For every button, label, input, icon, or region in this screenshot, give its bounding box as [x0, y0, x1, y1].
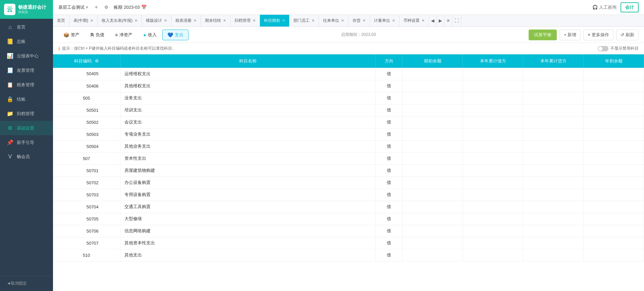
tab-close-icon[interactable]: ✕	[363, 18, 366, 23]
table-row[interactable]: 50704交通工具购置借	[53, 201, 644, 213]
settings-col-icon[interactable]: ⚙	[95, 58, 99, 63]
sidebar-item-label: 归档管理	[17, 111, 34, 117]
cell-year-begin	[584, 116, 644, 128]
tab-archive[interactable]: 归档管理 ✕	[230, 15, 260, 27]
subtab-label: 资产	[71, 32, 79, 38]
sidebar-item-guide[interactable]: 📌 新手引导	[0, 135, 53, 150]
cell-dir: 借	[376, 237, 402, 249]
cell-balance	[402, 225, 463, 237]
tab-currency[interactable]: 币种设置 ✕	[399, 15, 429, 27]
cell-ytd-credit	[523, 140, 584, 152]
role-button[interactable]: 会计	[621, 2, 639, 12]
refresh-btn[interactable]: ↺ 刷新	[616, 30, 639, 40]
tab-mid[interactable]: 表(中期) ✕	[69, 15, 98, 27]
tab-yearend[interactable]: 期末结转 ✕	[201, 15, 230, 27]
cell-balance	[402, 128, 463, 140]
table-row[interactable]: 50703专用设备购置借	[53, 189, 644, 201]
cell-dir: 借	[376, 116, 402, 128]
table-row[interactable]: 50502会议支出借	[53, 116, 644, 128]
tab-label: 首页	[57, 18, 65, 23]
table-row[interactable]: 510其他支出借	[53, 249, 644, 261]
cell-balance	[402, 116, 463, 128]
tab-close-icon[interactable]: ✕	[164, 18, 167, 23]
sidebar-pin-toggle[interactable]: ◄取消固定	[0, 276, 53, 291]
table-row[interactable]: 50705大型修缮借	[53, 213, 644, 225]
subtab-asset[interactable]: 📦 资产	[58, 30, 85, 40]
tab-close-icon[interactable]: ✕	[194, 18, 197, 23]
add-company-btn[interactable]: ＋	[94, 4, 99, 11]
disable-toggle[interactable]: 不显示禁用科目	[598, 46, 639, 51]
calendar-icon[interactable]: 📅	[141, 5, 147, 10]
cell-balance	[402, 68, 463, 80]
cell-ytd-credit	[523, 225, 584, 237]
sidebar-item-reports[interactable]: 📊 云报表中心	[0, 49, 53, 63]
sidebar-item-ledger[interactable]: 📒 总账	[0, 34, 53, 49]
sidebar-item-close[interactable]: 🔒 结账	[0, 92, 53, 106]
table-row[interactable]: 50406其他维权支出借	[53, 80, 644, 92]
tab-dept[interactable]: 部门员工 ✕	[289, 15, 319, 27]
table-row[interactable]: 505业务支出借	[53, 92, 644, 104]
sidebar-item-invoice[interactable]: 🧾 发票管理	[0, 63, 53, 78]
cell-name: 办公设备购置	[120, 177, 376, 189]
tab-close-icon[interactable]: ✕	[341, 18, 344, 23]
tab-prev-btn[interactable]: ◀	[429, 15, 437, 27]
subtab-liability[interactable]: 负 负债	[85, 30, 109, 40]
cell-balance	[402, 189, 463, 201]
tab-home[interactable]: 首页	[53, 15, 69, 27]
table-row[interactable]: 50706信息网络购建借	[53, 225, 644, 237]
tab-tax[interactable]: 税表清册 ✕	[171, 15, 201, 27]
cell-year-begin	[584, 201, 644, 213]
sidebar-item-settings[interactable]: ⚙ 基础设置	[0, 121, 53, 135]
tab-unit[interactable]: 计量单位 ✕	[370, 15, 399, 27]
balance-btn[interactable]: 试算平衡	[529, 30, 557, 40]
tab-partner[interactable]: 往来单位 ✕	[319, 15, 348, 27]
sidebar-item-member[interactable]: V 畅会员	[0, 150, 53, 164]
tab-close-icon[interactable]: ✕	[223, 18, 226, 23]
table-row[interactable]: 50503专项业务支出借	[53, 128, 644, 140]
tab-annual[interactable]: 收入支出表(年报) ✕	[98, 15, 142, 27]
cell-ytd-credit	[523, 128, 584, 140]
table-row[interactable]: 507资本性支出借	[53, 152, 644, 164]
cell-dir: 借	[376, 249, 402, 261]
table-row[interactable]: 50702办公设备购置借	[53, 177, 644, 189]
guide-icon: 📌	[7, 139, 13, 146]
cell-dir: 借	[376, 177, 402, 189]
app-logo-sub: 旗舰版	[18, 10, 46, 14]
tab-close-icon[interactable]: ✕	[312, 18, 315, 23]
tab-close-icon[interactable]: ✕	[422, 18, 425, 23]
more-btn[interactable]: ≡ 更多操作	[583, 30, 613, 40]
table-row[interactable]: 50701房屋建筑物购建借	[53, 164, 644, 177]
sidebar-item-home[interactable]: ⌂ 首页	[0, 20, 53, 34]
subject-table-container: 科目编码 ⚙ 科目名称 方向 期初余额 本年累计借方 本年累计贷方 年初余额 5…	[53, 54, 644, 291]
table-row[interactable]: 50405运维维权支出借	[53, 68, 644, 80]
tab-close-icon[interactable]: ✕	[90, 18, 93, 23]
sidebar-item-archive[interactable]: 📁 归档管理	[0, 106, 53, 121]
tab-template[interactable]: 模版设计 ✕	[142, 15, 171, 27]
tab-close-icon[interactable]: ✕	[392, 18, 395, 23]
tab-close-icon[interactable]: ✕	[135, 18, 138, 23]
tab-close-all-btn[interactable]: ✕	[444, 15, 452, 27]
tab-expand-btn[interactable]: ⛶	[452, 15, 461, 27]
add-btn[interactable]: + 新增	[559, 30, 581, 40]
sidebar-item-tax[interactable]: 📋 税务管理	[0, 78, 53, 92]
toggle-track[interactable]	[598, 46, 608, 51]
subtab-expense[interactable]: 💙 支出	[162, 30, 189, 40]
tab-subject-init[interactable]: 科目期初 ✕	[260, 15, 289, 27]
settings-gear-icon[interactable]: ⚙	[104, 5, 108, 10]
tab-close-icon[interactable]: ✕	[282, 18, 285, 23]
table-row[interactable]: 50504其他业务支出借	[53, 140, 644, 152]
cell-dir: 借	[376, 128, 402, 140]
cell-dir: 借	[376, 201, 402, 213]
expense-icon: 💙	[167, 32, 173, 38]
tab-close-icon[interactable]: ✕	[253, 18, 256, 23]
main-area: 基层工会测试 ▾ ＋ ⚙ 账期 2023-03 📅 🎧 人工咨询 会计 首页 表…	[53, 0, 644, 291]
table-row[interactable]: 50501培训支出借	[53, 104, 644, 116]
company-selector[interactable]: 基层工会测试 ▾	[58, 4, 88, 10]
table-row[interactable]: 50707其他资本性支出借	[53, 237, 644, 249]
tab-next-btn[interactable]: ▶	[437, 15, 444, 27]
cell-code: 50706	[53, 225, 120, 237]
subtab-income[interactable]: ● 收入	[138, 30, 161, 40]
subtab-net-asset[interactable]: ≡ 净资产	[110, 30, 138, 40]
tab-stock[interactable]: 存货 ✕	[348, 15, 370, 27]
support-btn[interactable]: 🎧 人工咨询	[592, 4, 616, 10]
